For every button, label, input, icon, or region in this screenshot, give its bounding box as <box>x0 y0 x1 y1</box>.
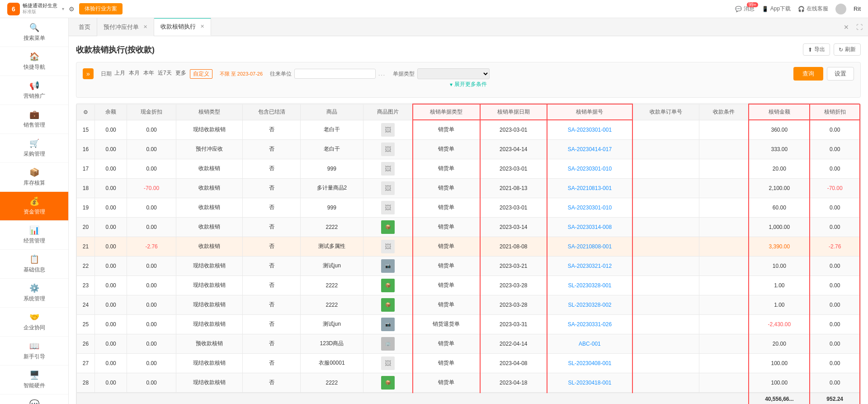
table-row: 190.000.00收款核销否999🖼销货单2023-03-01SA-20230… <box>77 198 860 217</box>
bill-no-link[interactable]: SA-20210813-001 <box>568 185 612 191</box>
sidebar-item-wechat[interactable]: 💬 企业微信 <box>0 394 68 404</box>
maximize-window-button[interactable]: ⛶ <box>854 22 864 33</box>
col-include-settled: 包含已结清 <box>243 104 301 120</box>
bill-no-link[interactable]: ABC-001 <box>579 341 601 347</box>
sidebar-item-search[interactable]: 🔍 搜索菜单 <box>0 18 68 47</box>
export-button[interactable]: ⬆ 导出 <box>803 43 830 56</box>
bill-no-link[interactable]: SA-20230321-012 <box>568 263 612 269</box>
bill-no-link[interactable]: SL-20230328-002 <box>568 302 611 308</box>
online-support-area[interactable]: 🎧 在线客服 <box>798 5 828 13</box>
sidebar-item-sales[interactable]: 💼 销售管理 <box>0 105 68 134</box>
filter-bar: » 日期 上月 本月 本年 近7天 更多 自定义 不限 至 20 <box>76 62 861 98</box>
verify-amount-cell: 3,390.00 <box>749 237 810 256</box>
bill-no-link[interactable]: SA-20230301-010 <box>568 166 612 172</box>
col-verify-type: 核销类型 <box>176 104 243 120</box>
partner-input[interactable] <box>294 69 376 79</box>
bill-no-link[interactable]: SL-20230408-001 <box>568 360 611 366</box>
bill-no-link[interactable]: SA-20210808-001 <box>568 243 612 250</box>
sidebar-item-operations[interactable]: 📊 经营管理 <box>0 221 68 250</box>
filter-partner-item: 往来单位 ... <box>270 69 386 79</box>
sidebar-item-system[interactable]: ⚙️ 系统管理 <box>0 279 68 308</box>
sidebar-item-inventory[interactable]: 📦 库存核算 <box>0 163 68 192</box>
sidebar-item-hardware[interactable]: 🖥️ 智能硬件 <box>0 366 68 394</box>
col-cash-discount: 现金折扣 <box>127 104 176 120</box>
col-verify-bill-type: 核销单据类型 <box>413 104 480 120</box>
sidebar-item-quicknav[interactable]: 🏠 快捷导航 <box>0 47 68 76</box>
sidebar-item-finance[interactable]: 💰 资金管理 <box>0 192 68 221</box>
row-number: 19 <box>77 198 95 217</box>
receipt-type-select[interactable] <box>417 68 490 79</box>
row-number: 20 <box>77 217 95 237</box>
date-last-month[interactable]: 上月 <box>114 69 125 79</box>
user-avatar[interactable] <box>835 4 846 14</box>
bill-no-link[interactable]: SA-20230414-017 <box>568 146 612 152</box>
sidebar-item-purchase[interactable]: 🛒 采购管理 <box>0 134 68 163</box>
export-icon: ⬆ <box>808 47 812 53</box>
sidebar-label-enterprise: 企业协同 <box>24 324 45 332</box>
online-support-label: 在线客服 <box>807 5 828 13</box>
filter-expand-toggle[interactable]: » <box>83 68 94 79</box>
verify-discount-cell: 0.00 <box>810 314 860 334</box>
tab-receipt-close[interactable]: ✕ <box>200 24 204 29</box>
date-7days[interactable]: 近7天 <box>158 69 172 79</box>
page-header: 收款核销执行(按收款) ⬆ 导出 ↻ 刷新 <box>76 43 861 56</box>
table-body: 150.000.00现结收款核销否老白干🖼销货单2023-03-01SA-202… <box>77 120 860 393</box>
verify-bill-date-cell: 2021-08-13 <box>480 178 547 198</box>
verify-discount-cell: 0.00 <box>810 198 860 217</box>
col-product-image: 商品图片 <box>363 104 413 120</box>
col-settings[interactable]: ⚙ <box>77 104 95 120</box>
logo-dropdown-arrow[interactable]: ▾ <box>62 6 64 11</box>
table-row: 170.000.00收款核销否999🖼销货单2023-03-01SA-20230… <box>77 159 860 178</box>
top-bar-right: 💬 消息 99+ 📱 App下载 🎧 在线客服 Rit <box>735 4 861 14</box>
tab-prepay[interactable]: 预付冲应付单 ✕ <box>97 18 154 36</box>
verify-bill-no-cell: SA-20230414-017 <box>547 139 632 159</box>
verify-discount-cell: 0.00 <box>810 217 860 237</box>
bill-no-link[interactable]: SL-20230418-001 <box>568 380 611 386</box>
tab-receipt-verify[interactable]: 收款核销执行 ✕ <box>154 18 211 36</box>
sidebar-item-marketing[interactable]: 📢 营销推广 <box>0 76 68 105</box>
home-tab[interactable]: 首页 <box>72 18 97 36</box>
bill-no-link[interactable]: SA-20230314-008 <box>568 224 612 230</box>
row-number: 22 <box>77 256 95 276</box>
sidebar-item-basic[interactable]: 📋 基础信息 <box>0 250 68 279</box>
search-icon: 🔍 <box>29 23 39 33</box>
table-row: 200.000.00收款核销否2222📦销货单2023-03-14SA-2023… <box>77 217 860 237</box>
tab-prepay-close[interactable]: ✕ <box>143 24 147 30</box>
industry-button[interactable]: 体验行业方案 <box>79 3 123 14</box>
verify-discount-cell: 0.00 <box>810 295 860 314</box>
table-row: 180.00-70.00收款核销否多计量商品2🖼销货单2021-08-13SA-… <box>77 178 860 198</box>
bill-no-link[interactable]: SA-20230331-026 <box>568 321 612 328</box>
close-window-button[interactable]: ✕ <box>842 22 851 33</box>
verify-bill-date-cell: 2023-03-01 <box>480 120 547 139</box>
row-number: 21 <box>77 237 95 256</box>
date-this-year[interactable]: 本年 <box>143 69 154 79</box>
date-more[interactable]: 更多 <box>175 69 186 79</box>
table-footer: 40,556,66... 952.24 <box>77 393 860 404</box>
sidebar-item-enterprise[interactable]: 🤝 企业协同 <box>0 308 68 337</box>
tab-bar: 首页 预付冲应付单 ✕ 收款核销执行 ✕ ✕ ⛶ <box>69 18 868 36</box>
home-tab-label: 首页 <box>79 23 90 31</box>
app-download-area[interactable]: 📱 App下载 <box>762 5 791 13</box>
filter-settings-button[interactable]: 设置 <box>827 67 854 81</box>
sidebar-item-guide[interactable]: 📖 新手引导 <box>0 337 68 366</box>
query-button[interactable]: 查询 <box>793 67 823 81</box>
row-number: 24 <box>77 295 95 314</box>
expand-more-button[interactable]: ▾ 展开更多条件 <box>450 81 487 88</box>
bill-no-link[interactable]: SA-20230301-001 <box>568 127 612 133</box>
verify-bill-date-cell: 2023-03-21 <box>480 256 547 276</box>
col-verify-amount: 核销金额 <box>749 104 810 120</box>
table-header: ⚙ 余额 现金折扣 核销类型 包含已结清 商品 商品图片 核销单据类型 核销单据… <box>77 104 860 120</box>
refresh-button[interactable]: ↻ 刷新 <box>834 43 861 56</box>
logo-icon: 6 <box>7 3 20 15</box>
bill-no-link[interactable]: SL-20230328-001 <box>568 282 611 289</box>
bill-no-link[interactable]: SA-20230301-010 <box>568 204 612 211</box>
verify-bill-no-cell: SA-20230314-008 <box>547 217 632 237</box>
notification-area[interactable]: 💬 消息 99+ <box>735 5 755 13</box>
sidebar-label-inventory: 库存核算 <box>24 179 45 187</box>
verify-bill-type-cell: 销货单 <box>413 295 480 314</box>
date-custom[interactable]: 自定义 <box>190 69 212 79</box>
settings-icon[interactable]: ⚙ <box>69 5 75 13</box>
sidebar-label-marketing: 营销推广 <box>24 92 45 100</box>
date-this-month[interactable]: 本月 <box>129 69 140 79</box>
verify-bill-type-cell: 销货退货单 <box>413 314 480 334</box>
